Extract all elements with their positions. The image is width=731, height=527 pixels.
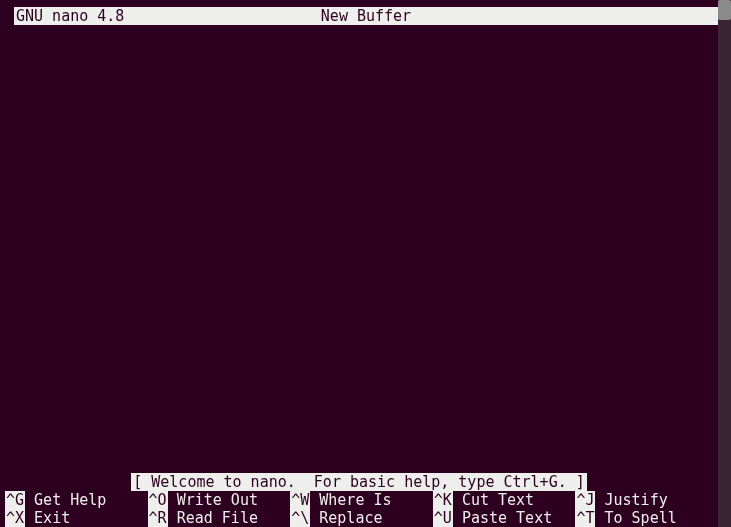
scrollbar-thumb[interactable] (718, 0, 731, 20)
shortcut-paste-text[interactable]: ^U Paste Text (433, 509, 576, 527)
shortcut-where-is[interactable]: ^W Where Is (290, 491, 433, 509)
shortcut-replace[interactable]: ^\ Replace (290, 509, 433, 527)
shortcut-label: Where Is (310, 491, 391, 509)
shortcut-label: Read File (168, 509, 258, 527)
shortcut-key: ^O (148, 491, 168, 509)
shortcut-key: ^K (433, 491, 453, 509)
shortcut-label: Replace (310, 509, 382, 527)
title-bar: GNU nano 4.8 New Buffer (14, 7, 718, 25)
shortcut-to-spell[interactable]: ^T To Spell (575, 509, 718, 527)
shortcut-key: ^\ (290, 509, 310, 527)
shortcut-write-out[interactable]: ^O Write Out (148, 491, 291, 509)
shortcut-label: Justify (595, 491, 667, 509)
shortcut-key: ^X (5, 509, 25, 527)
shortcut-key: ^G (5, 491, 25, 509)
shortcut-key: ^J (575, 491, 595, 509)
shortcut-exit[interactable]: ^X Exit (5, 509, 148, 527)
shortcut-label: Exit (25, 509, 70, 527)
shortcut-label: To Spell (595, 509, 676, 527)
shortcut-key: ^U (433, 509, 453, 527)
shortcut-label: Get Help (25, 491, 106, 509)
shortcut-key: ^W (290, 491, 310, 509)
shortcut-label: Cut Text (453, 491, 534, 509)
shortcut-key: ^T (575, 509, 595, 527)
shortcut-label: Write Out (168, 491, 258, 509)
shortcut-get-help[interactable]: ^G Get Help (5, 491, 148, 509)
editor-area[interactable] (14, 25, 718, 473)
shortcut-cut-text[interactable]: ^K Cut Text (433, 491, 576, 509)
shortcut-read-file[interactable]: ^R Read File (148, 509, 291, 527)
shortcuts-bar: ^G Get Help ^O Write Out ^W Where Is ^K … (5, 491, 718, 527)
terminal-window: GNU nano 4.8 New Buffer [ Welcome to nan… (0, 0, 718, 527)
shortcut-key: ^R (148, 509, 168, 527)
scrollbar-track[interactable] (718, 0, 731, 527)
buffer-name: New Buffer (14, 7, 718, 25)
status-message: [ Welcome to nano. For basic help, type … (131, 473, 587, 491)
status-bar: [ Welcome to nano. For basic help, type … (0, 473, 718, 491)
shortcut-label: Paste Text (453, 509, 552, 527)
shortcut-justify[interactable]: ^J Justify (575, 491, 718, 509)
